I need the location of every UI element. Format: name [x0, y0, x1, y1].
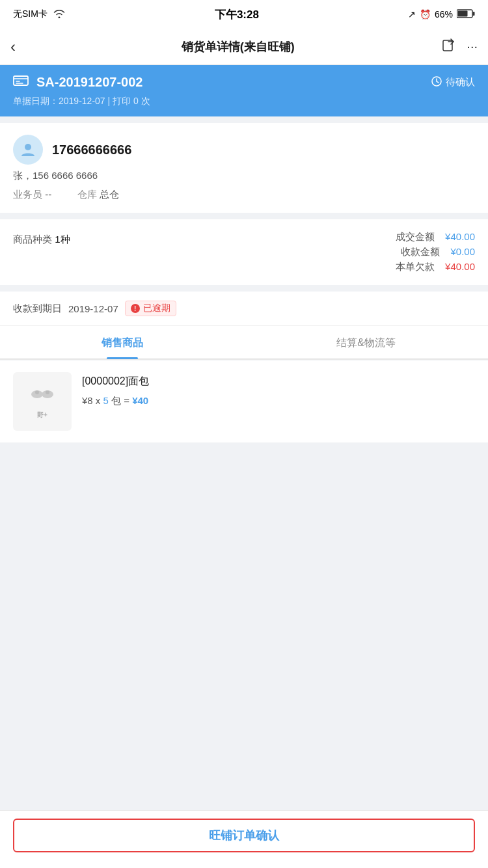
svg-point-10: [46, 390, 49, 394]
warehouse-label: 仓库: [77, 189, 97, 200]
bottom-bar: 旺铺订单确认: [0, 810, 488, 868]
product-section: 野+ [0000002]面包 ¥8 x 5 包 = ¥40: [0, 360, 488, 442]
type-count: 1种: [55, 234, 70, 245]
order-status-label: 待确认: [446, 76, 475, 88]
confirm-order-button[interactable]: 旺铺订单确认: [13, 819, 475, 852]
tab-sales-products[interactable]: 销售商品: [0, 326, 244, 358]
product-info: [0000002]面包 ¥8 x 5 包 = ¥40: [82, 372, 475, 407]
warehouse-value: 总仓: [100, 189, 119, 200]
status-right: ↗ ⏰ 66%: [408, 9, 475, 20]
order-icon: [13, 74, 30, 90]
svg-point-9: [35, 390, 39, 394]
amount-row: 成交金额 ¥40.00: [396, 231, 475, 243]
overdue-badge: ! 已逾期: [125, 301, 176, 316]
clock-icon: [431, 76, 442, 88]
product-total: ¥40: [132, 395, 148, 406]
customer-meta: 业务员 -- 仓库 总仓: [13, 189, 475, 201]
status-left: 无SIM卡: [13, 8, 66, 20]
amount-value: ¥40.00: [445, 231, 475, 243]
order-id: SA-20191207-002: [13, 74, 142, 90]
customer-phone: 17666666666: [52, 142, 131, 157]
product-thumb-text: 野+: [37, 411, 47, 420]
salesperson-label: 业务员: [13, 189, 42, 200]
received-value: ¥0.00: [450, 246, 475, 258]
order-header: SA-20191207-002 待确认 单据日期：2019-12-07 | 打印…: [0, 65, 488, 116]
amount-label: 成交金额: [396, 231, 435, 243]
stats-right: 成交金额 ¥40.00 收款金额 ¥0.00 本单欠款 ¥40.00: [396, 231, 475, 273]
owed-value: ¥40.00: [445, 261, 475, 273]
received-row: 收款金额 ¥0.00: [401, 246, 475, 258]
product-qty: 5: [103, 395, 109, 406]
nav-bar: ‹ 销货单详情(来自旺铺) ···: [0, 29, 488, 65]
stats-left: 商品种类 1种: [13, 231, 70, 246]
tabs-section: 销售商品 结算&物流等: [0, 326, 488, 360]
product-name: [0000002]面包: [82, 375, 475, 388]
overdue-icon: !: [131, 304, 140, 313]
svg-rect-4: [14, 76, 28, 85]
share-button[interactable]: [442, 38, 456, 55]
battery-label: 66%: [435, 9, 453, 20]
product-thumb-icon: [29, 384, 55, 409]
type-label: 商品种类: [13, 234, 52, 245]
alarm-icon: ⏰: [420, 9, 431, 20]
product-item: 野+ [0000002]面包 ¥8 x 5 包 = ¥40: [0, 360, 488, 442]
carrier-label: 无SIM卡: [13, 8, 47, 20]
due-date: 2019-12-07: [68, 303, 118, 314]
product-price-row: ¥8 x 5 包 = ¥40: [82, 395, 475, 407]
salesperson-value: --: [45, 189, 51, 200]
stats-section: 商品种类 1种 成交金额 ¥40.00 收款金额 ¥0.00 本单欠款 ¥40.…: [0, 219, 488, 285]
avatar: [13, 135, 43, 165]
nav-actions: ···: [442, 38, 478, 55]
product-thumbnail: 野+: [13, 372, 72, 431]
order-status: 待确认: [431, 76, 475, 88]
salesperson-item: 业务员 --: [13, 189, 51, 201]
nav-title: 销货单详情(来自旺铺): [34, 39, 442, 55]
svg-rect-1: [472, 12, 474, 16]
customer-name: 张，156 6666 6666: [13, 170, 475, 182]
overdue-label: 已逾期: [143, 303, 170, 314]
due-label: 收款到期日: [13, 303, 62, 315]
owed-label: 本单欠款: [396, 261, 435, 273]
customer-section: 17666666666 张，156 6666 6666 业务员 -- 仓库 总仓: [0, 123, 488, 213]
svg-rect-2: [457, 10, 467, 16]
more-button[interactable]: ···: [467, 39, 478, 54]
warehouse-item: 仓库 总仓: [77, 189, 119, 201]
owed-row: 本单欠款 ¥40.00: [396, 261, 475, 273]
wifi-icon: [53, 9, 66, 20]
svg-point-6: [25, 144, 31, 150]
order-date: 单据日期：2019-12-07 | 打印 0 次: [13, 96, 475, 107]
received-label: 收款金额: [401, 246, 440, 258]
tab-settlement[interactable]: 结算&物流等: [244, 326, 488, 358]
back-button[interactable]: ‹: [10, 38, 34, 56]
battery-icon: [457, 9, 475, 20]
due-section: 收款到期日 2019-12-07 ! 已逾期: [0, 292, 488, 326]
status-bar: 无SIM卡 下午3:28 ↗ ⏰ 66%: [0, 0, 488, 29]
tabs-row: 销售商品 结算&物流等: [0, 326, 488, 359]
status-time: 下午3:28: [215, 7, 259, 22]
empty-area: [0, 442, 488, 573]
location-icon: ↗: [408, 9, 416, 20]
